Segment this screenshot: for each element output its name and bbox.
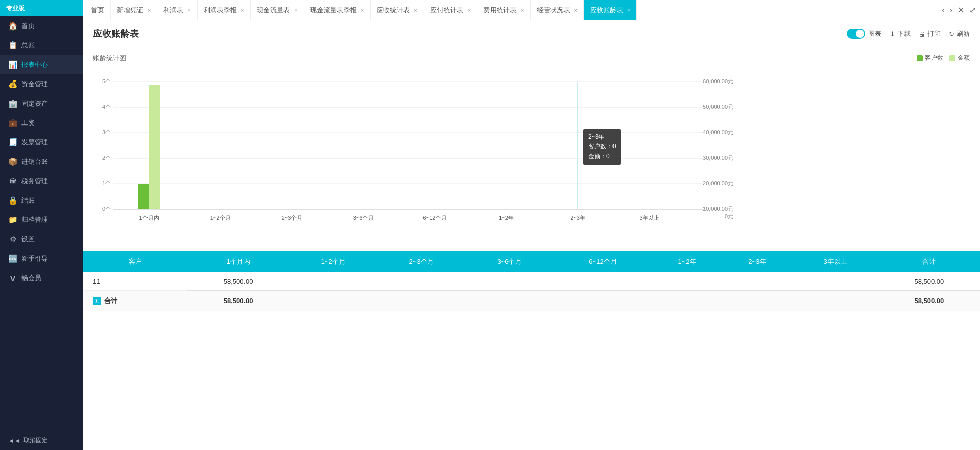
tab-cashflow-quarterly-close[interactable]: × (361, 7, 364, 13)
tab-voucher-close[interactable]: × (148, 7, 151, 13)
sidebar-item-label: 结账 (21, 196, 35, 205)
svg-text:0元: 0元 (725, 213, 733, 219)
col-m36: 3~6个月 (465, 251, 554, 272)
cell-m12 (289, 272, 377, 291)
tab-close-all-button[interactable]: ✕ (955, 0, 966, 20)
tab-prev-button[interactable]: ‹ (940, 0, 946, 20)
tab-biz-status[interactable]: 经营状况表 × (531, 0, 584, 20)
tab-profit-quarterly[interactable]: 利润表季报 × (198, 0, 251, 20)
tab-expense-stats-close[interactable]: × (521, 7, 524, 13)
tab-cashflow[interactable]: 现金流量表 × (251, 0, 304, 20)
sidebar-item-settings[interactable]: ⚙ 设置 (0, 230, 83, 249)
tab-biz-status-close[interactable]: × (574, 7, 577, 13)
cell-y23 (722, 272, 793, 291)
sidebar-item-label: 发票管理 (21, 138, 48, 147)
sidebar-item-vip[interactable]: V 畅会员 (0, 268, 83, 288)
chart-legend: 客户数 金额 (917, 54, 970, 62)
tab-home[interactable]: 首页 (85, 0, 111, 20)
chart-toggle[interactable] (847, 29, 865, 39)
total-cell-y23 (722, 291, 793, 311)
tab-ar-stats-close[interactable]: × (414, 7, 417, 13)
main-area: 首页 新增凭证 × 利润表 × 利润表季报 × 现金流量表 × 现金流量表季报 … (83, 0, 980, 450)
sidebar-item-label: 资金管理 (21, 80, 48, 89)
sidebar-item-label: 工资 (21, 118, 35, 128)
home-icon: 🏠 (8, 21, 17, 31)
svg-text:6~12个月: 6~12个月 (423, 215, 447, 221)
tab-profit-close[interactable]: × (187, 7, 190, 13)
download-icon: ⬇ (890, 30, 895, 38)
sidebar-item-tax[interactable]: 🏛 税务管理 (0, 171, 83, 191)
sidebar-item-home[interactable]: 🏠 首页 (0, 16, 83, 36)
app-logo: 专业版 (0, 0, 83, 16)
sidebar-item-assets[interactable]: 🏢 固定资产 (0, 94, 83, 113)
tab-ap-stats[interactable]: 应付统计表 × (424, 0, 477, 20)
settings-icon: ⚙ (8, 235, 17, 244)
download-button[interactable]: ⬇ 下载 (890, 29, 911, 38)
col-y12: 1~2年 (652, 251, 722, 272)
tab-cashflow-quarterly[interactable]: 现金流量表季报 × (304, 0, 371, 20)
sidebar: 专业版 🏠 首页 📋 总账 📊 报表中心 💰 资金管理 🏢 固定资产 💼 工资 … (0, 0, 83, 450)
chart-toggle-label: 图表 (868, 29, 881, 38)
tab-expense-stats[interactable]: 费用统计表 × (477, 0, 530, 20)
col-total: 合计 (878, 251, 980, 272)
svg-text:30,000.00元: 30,000.00元 (703, 155, 733, 161)
tab-cashflow-label: 现金流量表 (257, 6, 290, 15)
tab-profit[interactable]: 利润表 × (157, 0, 197, 20)
sidebar-item-label: 总账 (21, 41, 35, 50)
svg-text:0个: 0个 (102, 206, 111, 212)
tab-profit-quarterly-close[interactable]: × (241, 7, 244, 13)
svg-text:2~3个月: 2~3个月 (282, 215, 303, 221)
tab-ap-stats-close[interactable]: × (468, 7, 471, 13)
legend-amount: 金额 (949, 54, 970, 62)
legend-amount-label: 金额 (958, 54, 970, 62)
svg-text:2个: 2个 (102, 155, 111, 161)
sidebar-item-salary[interactable]: 💼 工资 (0, 113, 83, 133)
tab-maximize-button[interactable]: ⤢ (967, 0, 978, 20)
total-cell-m1: 58,500.00 (187, 291, 289, 311)
col-m612: 6~12个月 (554, 251, 652, 272)
cell-m612 (554, 272, 652, 291)
tab-profit-label: 利润表 (163, 6, 183, 15)
sidebar-item-reports[interactable]: 📊 报表中心 (0, 55, 83, 74)
sidebar-item-funds[interactable]: 💰 资金管理 (0, 74, 83, 94)
chart-area: 账龄统计图 客户数 金额 5个 4个 3个 2个 1个 (83, 45, 980, 251)
total-cell-m23 (377, 291, 465, 311)
sidebar-item-label: 进销台账 (21, 157, 48, 166)
tab-ar-aging[interactable]: 应收账龄表 × (584, 0, 637, 20)
sidebar-item-guide[interactable]: 🆕 新手引导 (0, 249, 83, 268)
tab-cashflow-close[interactable]: × (294, 7, 297, 13)
tab-controls: ‹ › ✕ ⤢ (940, 0, 978, 20)
chart-title: 账龄统计图 (93, 54, 970, 63)
download-label: 下载 (897, 29, 911, 38)
unpin-button[interactable]: ◄◄ 取消固定 (0, 431, 83, 450)
sidebar-item-closing[interactable]: 🔒 结账 (0, 191, 83, 210)
sidebar-item-label: 新手引导 (21, 254, 48, 263)
aging-table: 客户 1个月内 1~2个月 2~3个月 3~6个月 6~12个月 1~2年 2~… (83, 251, 980, 311)
total-cell-label: Σ 合计 (83, 291, 187, 311)
tab-home-label: 首页 (91, 6, 104, 15)
sidebar-item-ledger[interactable]: 📋 总账 (0, 36, 83, 55)
sidebar-item-archive[interactable]: 📁 归档管理 (0, 210, 83, 230)
reports-icon: 📊 (8, 60, 17, 69)
tab-voucher[interactable]: 新增凭证 × (111, 0, 157, 20)
cell-m23 (377, 272, 465, 291)
tab-ar-stats[interactable]: 应收统计表 × (371, 0, 424, 20)
tab-biz-status-label: 经营状况表 (537, 6, 570, 15)
assets-icon: 🏢 (8, 99, 17, 108)
svg-text:1个: 1个 (102, 180, 111, 186)
print-button[interactable]: 🖨 打印 (919, 29, 941, 38)
tab-voucher-label: 新增凭证 (117, 6, 143, 15)
refresh-button[interactable]: ↻ 刷新 (949, 29, 970, 38)
total-cell-y12 (652, 291, 722, 311)
total-cell-m12 (289, 291, 377, 311)
tab-next-button[interactable]: › (948, 0, 954, 20)
ledger-icon: 📋 (8, 41, 17, 50)
tab-ar-stats-label: 应收统计表 (377, 6, 410, 15)
vip-icon: V (8, 274, 17, 283)
sidebar-item-sales[interactable]: 📦 进销台账 (0, 152, 83, 171)
tab-ar-aging-close[interactable]: × (627, 7, 630, 13)
cell-customer: 11 (83, 272, 187, 291)
sidebar-item-invoices[interactable]: 🧾 发票管理 (0, 133, 83, 152)
col-m23: 2~3个月 (377, 251, 465, 272)
total-label: 合计 (104, 296, 117, 306)
